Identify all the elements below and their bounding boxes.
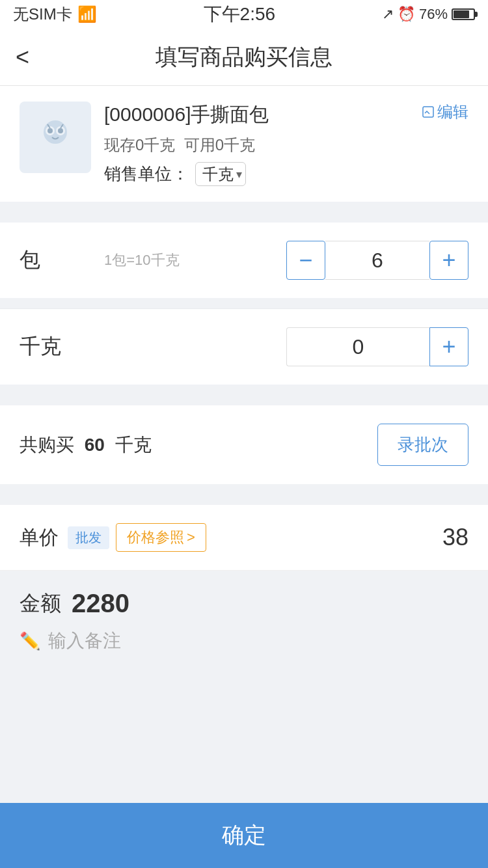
product-stock: 现存0千克 可用0千克 — [104, 135, 468, 156]
product-image — [20, 102, 91, 173]
battery-text: 76% — [419, 6, 448, 23]
bao-qty-input[interactable] — [325, 241, 429, 280]
amount-value: 2280 — [72, 589, 129, 618]
bao-label: 包 — [20, 246, 98, 275]
kg-label: 千克 — [20, 332, 98, 361]
total-label-group: 共购买 60 千克 — [20, 433, 152, 457]
bao-section: 包 1包=10千克 − + — [0, 223, 488, 298]
location-icon: ↗ — [382, 6, 394, 23]
confirm-button[interactable]: 确定 — [0, 803, 488, 868]
amount-row: 金额 2280 — [20, 589, 468, 618]
price-label: 单价 — [20, 524, 59, 551]
wifi-icon: 📶 — [77, 5, 97, 23]
amount-section: 金额 2280 ✏️ 输入备注 — [0, 571, 488, 666]
divider-3 — [0, 395, 488, 405]
price-row: 单价 批发 价格参照 > 38 — [0, 505, 488, 571]
status-left: 无SIM卡 📶 — [13, 4, 97, 25]
unit-label: 销售单位： — [104, 163, 189, 185]
kg-qty-input[interactable] — [286, 327, 429, 366]
status-time: 下午2:56 — [204, 2, 276, 27]
total-section: 共购买 60 千克 录批次 — [0, 405, 488, 484]
price-value: 38 — [442, 524, 468, 551]
price-section: 单价 批发 价格参照 > 38 — [0, 505, 488, 571]
total-unit: 千克 — [115, 435, 152, 455]
kg-plus-button[interactable]: + — [429, 327, 468, 366]
product-info: [0000006]手撕面包 现存0千克 可用0千克 销售单位： 千克 — [104, 102, 468, 186]
svg-point-3 — [47, 128, 53, 133]
carrier-text: 无SIM卡 — [13, 4, 72, 25]
product-unit-row: 销售单位： 千克 — [104, 162, 468, 186]
divider-4 — [0, 495, 488, 505]
bao-qty-control: − + — [286, 241, 468, 280]
price-ref-label: 价格参照 — [127, 528, 184, 547]
unit-select-wrapper[interactable]: 千克 — [195, 162, 246, 186]
price-ref-arrow: > — [187, 529, 195, 546]
bao-row: 包 1包=10千克 − + — [0, 223, 488, 298]
kg-section: 千克 + — [0, 309, 488, 385]
total-row: 共购买 60 千克 录批次 — [0, 405, 488, 484]
total-amount: 60 — [85, 435, 105, 455]
status-bar: 无SIM卡 📶 下午2:56 ↗ ⏰ 76% — [0, 0, 488, 29]
price-badge: 批发 — [68, 526, 109, 549]
total-prefix: 共购买 — [20, 435, 74, 455]
remark-row[interactable]: ✏️ 输入备注 — [20, 629, 468, 666]
status-right: ↗ ⏰ 76% — [382, 6, 475, 23]
edit-button[interactable]: 编辑 — [422, 102, 468, 122]
kg-row: 千克 + — [0, 309, 488, 385]
svg-point-4 — [58, 128, 63, 133]
product-name: [0000006]手撕面包 — [104, 102, 468, 128]
record-batch-button[interactable]: 录批次 — [377, 424, 468, 466]
nav-bar: < 填写商品购买信息 — [0, 29, 488, 86]
battery-icon — [452, 8, 475, 20]
product-card: [0000006]手撕面包 现存0千克 可用0千克 销售单位： 千克 编辑 — [0, 86, 488, 202]
pencil-icon: ✏️ — [20, 631, 40, 651]
page-title: 填写商品购买信息 — [156, 42, 332, 72]
bao-plus-button[interactable]: + — [429, 241, 468, 280]
back-button[interactable]: < — [16, 44, 29, 71]
unit-select[interactable]: 千克 — [195, 162, 246, 186]
amount-label: 金额 — [20, 590, 61, 618]
price-ref-button[interactable]: 价格参照 > — [116, 523, 206, 552]
remark-placeholder: 输入备注 — [48, 629, 121, 653]
kg-qty-control: + — [286, 327, 468, 366]
divider-1 — [0, 212, 488, 223]
bao-minus-button[interactable]: − — [286, 241, 325, 280]
bao-hint: 1包=10千克 — [104, 251, 286, 270]
alarm-icon: ⏰ — [398, 6, 415, 23]
